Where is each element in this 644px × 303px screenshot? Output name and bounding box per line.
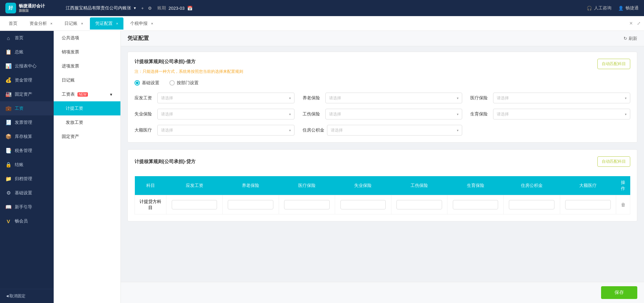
- cell-gongshang-input[interactable]: [391, 195, 447, 214]
- app-name: 畅捷通好会计: [19, 3, 45, 9]
- radio-dept-setup[interactable]: 按部门设置: [169, 80, 199, 86]
- cell-subject-label: 计提贷方科目: [135, 195, 166, 214]
- cell-yiliao-input[interactable]: [279, 195, 335, 214]
- chevron-down-icon: ▾: [289, 112, 291, 116]
- tab-journal[interactable]: 日记账 ×: [59, 17, 88, 30]
- tab-voucher-config[interactable]: 凭证配置 ×: [90, 17, 123, 30]
- sidebar-item-settings[interactable]: ⚙ 基础设置: [0, 186, 54, 200]
- sidebar-item-inventory[interactable]: 📦 库存核算: [0, 130, 54, 144]
- sidebar-item-close[interactable]: 🔒 结账: [0, 158, 54, 172]
- period-section: 账期 2023-03 📅: [157, 5, 193, 11]
- tax-icon: 📑: [5, 148, 11, 154]
- field-shengyu: 生育保险 请选择 ▾: [470, 109, 630, 119]
- close-icon[interactable]: ×: [81, 21, 83, 26]
- tab-funds[interactable]: 资金分析 ×: [24, 17, 58, 30]
- debit-section: 计提核算规则(公司承担)-借方 注：只能选择一种方式，系统将按照您当前的选择来配…: [127, 52, 637, 143]
- sidebar-item-home[interactable]: ⌂ 首页: [0, 31, 54, 45]
- close-icon[interactable]: ×: [151, 21, 153, 26]
- add-button[interactable]: +: [141, 6, 144, 11]
- tab-nav: 首页 资金分析 × 日记账 × 凭证配置 × 个税申报 × ✕ ⤢: [0, 16, 644, 31]
- salary-icon: 💼: [5, 105, 11, 111]
- sidebar-item-funds[interactable]: 💰 资金管理: [0, 73, 54, 87]
- cell-yanglao-input[interactable]: [222, 195, 279, 214]
- select-yiliao[interactable]: 请选择 ▾: [493, 93, 630, 103]
- consult-button[interactable]: 🎧 人工咨询: [587, 5, 611, 11]
- sub-sidebar-sales-invoice[interactable]: 销项发票: [54, 45, 120, 59]
- app-logo: 好 畅捷通好会计 旗舰版: [5, 3, 59, 13]
- logo-icon: 好: [5, 3, 16, 13]
- sidebar: ⌂ 首页 📋 总账 📊 云报表中心 💰 资金管理 🏭 固定资产 💼 工资 🧾 发…: [0, 31, 54, 303]
- select-shiye[interactable]: 请选择 ▾: [157, 109, 294, 119]
- sub-sidebar-journal[interactable]: 日记账: [54, 73, 120, 87]
- sidebar-item-salary[interactable]: 💼 工资: [0, 101, 54, 115]
- select-gongjijin[interactable]: 请选择 ▾: [327, 125, 463, 136]
- inventory-icon: 📦: [5, 134, 11, 140]
- top-bar-actions: 🎧 人工咨询 👤 畅捷通: [587, 5, 639, 11]
- sidebar-item-vip[interactable]: V 畅会员: [0, 214, 54, 228]
- cell-shiye-input[interactable]: [335, 195, 391, 214]
- sidebar-item-guide[interactable]: 📖 新手引导: [0, 200, 54, 214]
- input-shiye[interactable]: [340, 200, 386, 209]
- chevron-down-icon: ▾: [134, 6, 136, 10]
- sub-sidebar-fixed-assets[interactable]: 固定资产: [54, 130, 120, 144]
- field-yingfa: 应发工资 请选择 ▾: [135, 93, 294, 103]
- table-row: 计提贷方科目 🗑: [135, 195, 630, 214]
- radio-basic-setup[interactable]: 基础设置: [135, 80, 159, 86]
- col-yingfa: 应发工资: [166, 176, 223, 195]
- sub-sidebar-purchase-invoice[interactable]: 进项发票: [54, 59, 120, 73]
- sub-sidebar-salary-table[interactable]: 工资表 NEW ▾: [54, 87, 120, 101]
- close-icon[interactable]: ×: [116, 21, 118, 26]
- cell-gongjijin-input[interactable]: [503, 195, 560, 214]
- tab-tax[interactable]: 个税申报 ×: [125, 17, 158, 30]
- save-button[interactable]: 保存: [601, 286, 637, 299]
- cell-daeyiliao-input[interactable]: [560, 195, 616, 214]
- debit-fields: 应发工资 请选择 ▾ 养老保险 请选择 ▾ 医疗: [135, 93, 630, 136]
- sidebar-item-invoices[interactable]: 🧾 发票管理: [0, 115, 54, 130]
- refresh-icon: ↻: [624, 36, 627, 41]
- assets-icon: 🏭: [5, 91, 11, 97]
- content-body: 计提核算规则(公司承担)-借方 注：只能选择一种方式，系统将按照您当前的选择来配…: [121, 46, 644, 282]
- chevron-down-icon: ▾: [457, 112, 459, 116]
- sub-sidebar-public[interactable]: 公共选项: [54, 31, 120, 45]
- sidebar-item-archive[interactable]: 📁 归档管理: [0, 172, 54, 186]
- input-daeyiliao[interactable]: [565, 200, 611, 209]
- sub-sidebar-accrual-salary[interactable]: 计提工资: [54, 101, 120, 115]
- input-gongjijin[interactable]: [509, 200, 554, 209]
- calendar-icon[interactable]: 📅: [187, 6, 193, 11]
- tab-home[interactable]: 首页: [3, 17, 23, 30]
- delete-icon[interactable]: 🗑: [621, 202, 626, 207]
- select-shengyu[interactable]: 请选择 ▾: [493, 109, 630, 119]
- company-selector[interactable]: 江西服宝精品有限责任公司内账张 ▾: [66, 5, 136, 11]
- select-yanglao[interactable]: 请选择 ▾: [325, 93, 463, 103]
- sidebar-item-ledger[interactable]: 📋 总账: [0, 45, 54, 59]
- input-yingfa[interactable]: [172, 200, 217, 209]
- app-version: 旗舰版: [19, 9, 45, 13]
- input-gongshang[interactable]: [396, 200, 442, 209]
- debit-radio-group: 基础设置 按部门设置: [135, 80, 630, 86]
- select-gongshang[interactable]: 请选择 ▾: [325, 109, 463, 119]
- select-daeyiliao[interactable]: 请选择 ▾: [157, 125, 294, 136]
- col-subject: 科目: [135, 176, 166, 195]
- auto-match-credit-button[interactable]: 自动匹配科目: [597, 156, 630, 167]
- user-menu[interactable]: 👤 畅捷通: [618, 5, 639, 11]
- tab-close-all[interactable]: ✕: [629, 21, 633, 26]
- cell-shengyu-input[interactable]: [447, 195, 504, 214]
- sidebar-item-assets[interactable]: 🏭 固定资产: [0, 87, 54, 101]
- input-shengyu[interactable]: [453, 200, 498, 209]
- sub-sidebar-pay-salary[interactable]: 发放工资: [54, 115, 120, 130]
- sidebar-item-reports[interactable]: 📊 云报表中心: [0, 59, 54, 73]
- tab-maximize[interactable]: ⤢: [637, 21, 641, 26]
- input-yanglao[interactable]: [228, 200, 273, 209]
- settings-icon[interactable]: ⚙: [148, 6, 152, 11]
- headset-icon: 🎧: [587, 6, 592, 11]
- period-label: 账期: [157, 5, 166, 11]
- sidebar-item-tax[interactable]: 📑 税务管理: [0, 144, 54, 158]
- close-icon[interactable]: ×: [50, 21, 52, 26]
- home-icon: ⌂: [5, 35, 11, 41]
- refresh-button[interactable]: ↻ 刷新: [624, 36, 637, 42]
- cell-yingfa-input[interactable]: [166, 195, 223, 214]
- auto-match-debit-button[interactable]: 自动匹配科目: [597, 59, 630, 69]
- cancel-pin-button[interactable]: ◄取消固定: [0, 289, 54, 303]
- select-yingfa[interactable]: 请选择 ▾: [157, 93, 294, 103]
- input-yiliao[interactable]: [284, 200, 330, 209]
